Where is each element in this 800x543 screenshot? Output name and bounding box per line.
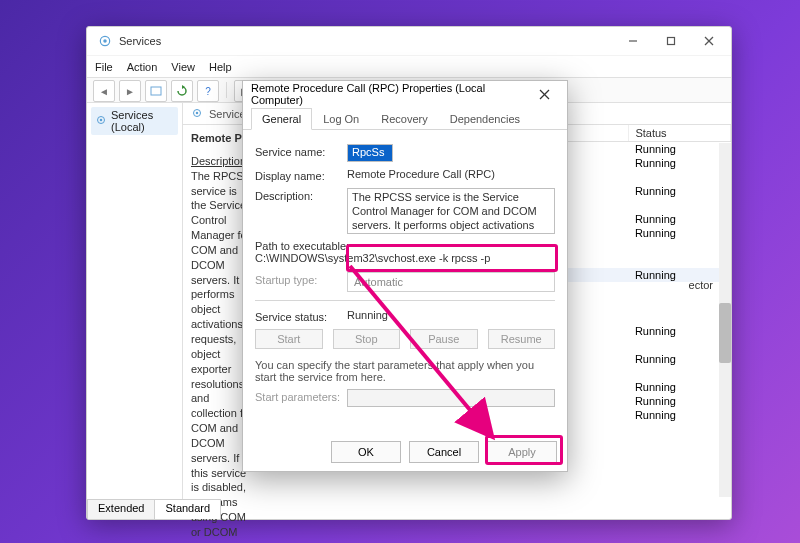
scroll-thumb[interactable] — [719, 303, 731, 363]
tab-logon[interactable]: Log On — [312, 108, 370, 130]
menubar: File Action View Help — [87, 55, 731, 77]
minimize-button[interactable] — [615, 30, 651, 52]
tab-general[interactable]: General — [251, 108, 312, 130]
cell-status: Running — [629, 352, 731, 366]
label-description: Description: — [255, 188, 347, 202]
service-name-field[interactable]: RpcSs — [347, 144, 393, 162]
menu-help[interactable]: Help — [209, 56, 232, 77]
toolbar-help-icon[interactable]: ? — [197, 80, 219, 102]
menu-file[interactable]: File — [95, 56, 113, 77]
cell-status — [629, 422, 731, 436]
description-field[interactable]: The RPCSS service is the Service Control… — [347, 188, 555, 234]
label-display-name: Display name: — [255, 168, 347, 182]
label-path: Path to executable: — [255, 240, 555, 252]
svg-point-10 — [196, 111, 199, 114]
cell-status: Running — [629, 380, 731, 394]
tab-extended[interactable]: Extended — [87, 499, 155, 519]
label-startup-type: Startup type: — [255, 272, 347, 286]
tree-services-local[interactable]: Services (Local) — [91, 107, 178, 135]
label-service-name: Service name: — [255, 144, 347, 158]
toolbar-properties-icon[interactable] — [145, 80, 167, 102]
cell-status — [629, 366, 731, 380]
svg-point-1 — [103, 39, 107, 43]
display-name-value: Remote Procedure Call (RPC) — [347, 168, 555, 180]
toolbar-refresh-icon[interactable] — [171, 80, 193, 102]
menu-view[interactable]: View — [171, 56, 195, 77]
cell-status — [629, 282, 731, 296]
cell-status — [629, 170, 731, 184]
tab-dependencies[interactable]: Dependencies — [439, 108, 531, 130]
cell-status — [629, 240, 731, 254]
close-button[interactable] — [691, 30, 727, 52]
cell-status: Running — [629, 324, 731, 338]
cell-status — [629, 338, 731, 352]
cell-status: Running — [629, 184, 731, 198]
tab-standard[interactable]: Standard — [154, 499, 221, 519]
cell-status — [629, 198, 731, 212]
menu-action[interactable]: Action — [127, 56, 158, 77]
svg-line-13 — [350, 266, 490, 434]
col-status[interactable]: Status — [629, 125, 731, 142]
dialog-close-button[interactable] — [530, 83, 559, 105]
dialog-tabs: General Log On Recovery Dependencies — [243, 107, 567, 130]
toolbar-forward-icon[interactable]: ► — [119, 80, 141, 102]
cell-status: Running — [629, 408, 731, 422]
dialog-title: Remote Procedure Call (RPC) Properties (… — [251, 82, 530, 106]
start-button: Start — [255, 329, 323, 349]
label-start-params: Start parameters: — [255, 389, 347, 403]
tab-recovery[interactable]: Recovery — [370, 108, 438, 130]
cell-status: Running — [629, 394, 731, 408]
services-app-icon — [97, 33, 113, 49]
cell-status — [629, 310, 731, 324]
cell-status: Running — [629, 268, 731, 282]
maximize-button[interactable] — [653, 30, 689, 52]
cell-status — [629, 254, 731, 268]
toolbar-back-icon[interactable]: ◄ — [93, 80, 115, 102]
gear-icon — [191, 107, 203, 121]
titlebar[interactable]: Services — [87, 27, 731, 55]
dialog-titlebar[interactable]: Remote Procedure Call (RPC) Properties (… — [243, 81, 567, 107]
partial-text: ector — [689, 279, 713, 291]
gear-icon — [95, 114, 107, 128]
cell-status: Running — [629, 212, 731, 226]
svg-point-8 — [100, 119, 103, 122]
svg-rect-6 — [151, 87, 161, 95]
annotation-arrow — [340, 252, 540, 452]
tree-pane: Services (Local) — [87, 103, 183, 517]
cell-status — [629, 296, 731, 310]
cell-status: Running — [629, 226, 731, 240]
window-title: Services — [119, 35, 161, 47]
cell-status: Running — [629, 156, 731, 170]
svg-rect-3 — [668, 38, 675, 45]
bottom-tabs: Extended Standard — [87, 499, 220, 519]
label-service-status: Service status: — [255, 309, 347, 323]
cell-status: Running — [629, 142, 731, 157]
tree-label: Services (Local) — [111, 109, 174, 133]
vertical-scrollbar[interactable] — [719, 143, 731, 497]
